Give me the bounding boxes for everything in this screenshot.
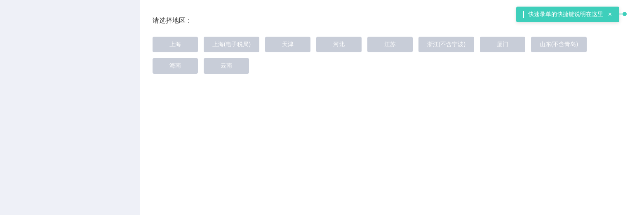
region-buttons: 上海上海(电子税局)天津河北江苏浙江(不含宁波)厦门山东(不含青岛)海南云南 [153,37,632,74]
dot-line [615,14,623,14]
region-button-jiangsu[interactable]: 江苏 [367,37,413,52]
region-button-shandong[interactable]: 山东(不含青岛) [531,37,587,52]
region-button-yunnan[interactable]: 云南 [204,58,249,74]
tooltip-text: 快速录单的快捷键说明在这里 [528,11,603,18]
region-button-hebei[interactable]: 河北 [316,37,362,52]
region-button-tianjin[interactable]: 天津 [265,37,310,52]
region-button-zhejiang[interactable]: 浙江(不含宁波) [418,37,474,52]
main-content: 请选择地区： 上海上海(电子税局)天津河北江苏浙江(不含宁波)厦门山东(不含青岛… [140,0,644,215]
sidebar [0,0,140,215]
tooltip-accent [523,11,524,18]
region-button-xiamen[interactable]: 厦门 [480,37,525,52]
tooltip-close-button[interactable]: × [607,11,613,18]
region-button-hainan[interactable]: 海南 [153,58,198,74]
region-button-shanghai-etax[interactable]: 上海(电子税局) [204,37,259,52]
dot-connector [623,12,627,16]
region-button-shanghai[interactable]: 上海 [153,37,198,52]
tooltip-bar: 快速录单的快捷键说明在这里 × [516,7,619,22]
